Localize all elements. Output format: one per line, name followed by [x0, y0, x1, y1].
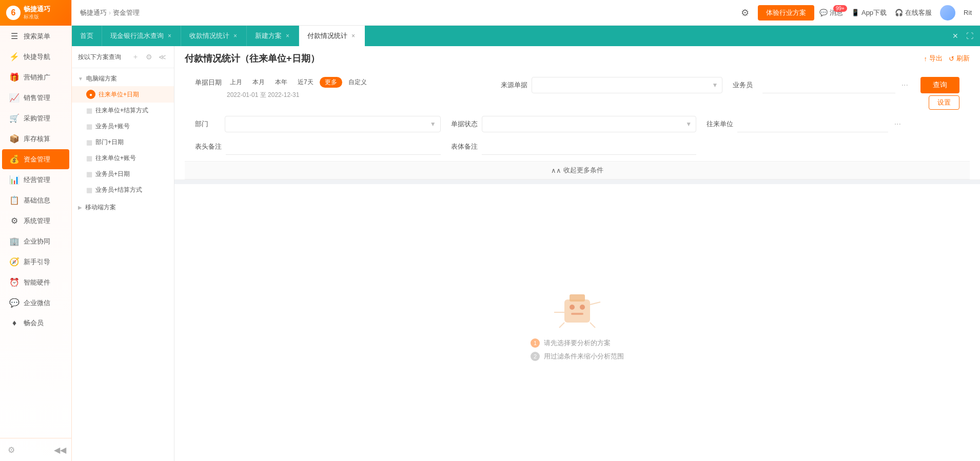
breadcrumb-home[interactable]: 畅捷通巧: [80, 8, 107, 17]
tab-payment-stats[interactable]: 付款情况统计 ×: [299, 26, 365, 46]
try-industry-button[interactable]: 体验行业方案: [758, 5, 814, 21]
smart-hw-icon: ⏰: [9, 277, 19, 287]
query-button[interactable]: 查询: [920, 77, 959, 93]
sidebar-item-label: 企业微信: [24, 298, 50, 308]
message-button[interactable]: 💬 消息 99+: [819, 8, 843, 17]
sidebar-item-label: 企业协同: [24, 237, 50, 246]
window-expand-icon[interactable]: ⛶: [964, 30, 976, 42]
purchase-icon: 🛒: [9, 113, 19, 123]
sidebar-item-marketing[interactable]: 🎁 营销推广: [2, 67, 69, 87]
body-note-input[interactable]: [482, 138, 697, 155]
sidebar-item-search[interactable]: ☰ 搜索菜单: [2, 26, 69, 46]
date-opt-custom[interactable]: 自定义: [344, 77, 371, 88]
right-panel: 付款情况统计（往来单位+日期） ↑ 导出 ↺ 刷新: [174, 46, 980, 461]
tab-payment-stats-close[interactable]: ×: [350, 32, 356, 40]
svg-line-7: [559, 323, 564, 328]
sidebar-bottom: ⚙ ◀◀: [0, 438, 71, 461]
customer-service-button[interactable]: 🎧 在线客服: [895, 8, 932, 17]
date-opt-7days[interactable]: 近7天: [293, 77, 318, 88]
date-opt-this-month[interactable]: 本月: [248, 77, 269, 88]
breadcrumb-current[interactable]: 资金管理: [113, 8, 140, 17]
sidebar-settings-button[interactable]: ⚙: [4, 443, 18, 457]
topbar-settings-icon[interactable]: ⚙: [737, 5, 753, 21]
sidebar-item-finance[interactable]: 💰 资金管理: [2, 149, 69, 169]
date-opt-more[interactable]: 更多: [320, 77, 342, 88]
left-panel-header: 按以下方案查询 ＋ ⚙ ≪: [72, 46, 174, 68]
sidebar-item-inventory[interactable]: 📦 库存核算: [2, 129, 69, 149]
scheme-collapse-button[interactable]: ≪: [156, 51, 168, 63]
scheme-item-dept-date[interactable]: ▦ 部门+日期: [72, 134, 174, 150]
sidebar-item-corp-wechat[interactable]: 💬 企业微信: [2, 293, 69, 313]
sidebar-item-operations[interactable]: 📊 经营管理: [2, 170, 69, 190]
tab-bank-flow-close[interactable]: ×: [167, 32, 172, 40]
date-opt-last-month[interactable]: 上月: [226, 77, 246, 88]
scheme-item-partner-account[interactable]: ▦ 往来单位+账号: [72, 150, 174, 166]
sidebar-item-member[interactable]: ♦ 畅会员: [2, 313, 69, 333]
filter-partner-field: 往来单位 ···: [707, 116, 903, 132]
operations-icon: 📊: [9, 175, 19, 185]
dept-select[interactable]: ▼: [225, 116, 441, 132]
sidebar-item-basic-info[interactable]: 📋 基础信息: [2, 190, 69, 210]
staff-dots-icon[interactable]: ···: [899, 81, 910, 90]
tab-receipt-stats-close[interactable]: ×: [232, 32, 238, 40]
sidebar-item-enterprise[interactable]: 🏢 企业协同: [2, 231, 69, 251]
scheme-table-icon: ▦: [86, 186, 92, 194]
filter-row-3: 表头备注 表体备注: [195, 138, 959, 155]
quick-nav-icon: ⚡: [9, 52, 19, 62]
sidebar-item-sales[interactable]: 📈 销售管理: [2, 88, 69, 108]
refresh-icon: ↺: [949, 55, 954, 63]
collapse-button[interactable]: ∧∧ 收起更多条件: [551, 166, 603, 175]
body-note-label: 表体备注: [451, 142, 478, 151]
finance-icon: 💰: [9, 154, 19, 164]
scheme-item-partner-settlement[interactable]: ▦ 往来单位+结算方式: [72, 103, 174, 118]
tab-bank-flow[interactable]: 现金银行流水查询 ×: [102, 26, 181, 46]
scheme-settings-button[interactable]: ⚙: [143, 51, 154, 63]
tab-home[interactable]: 首页: [72, 26, 102, 46]
sidebar-collapse-button[interactable]: ◀◀: [53, 443, 67, 457]
staff-input[interactable]: [762, 77, 895, 93]
scheme-item-partner-date[interactable]: ● 往来单位+日期: [72, 86, 174, 103]
scheme-item-staff-settlement[interactable]: ▦ 业务员+结算方式: [72, 182, 174, 198]
app-download-button[interactable]: 📱 App下载: [851, 8, 887, 17]
tab-receipt-stats[interactable]: 收款情况统计 ×: [181, 26, 247, 46]
svg-rect-4: [571, 313, 583, 315]
doc-status-select[interactable]: ▼: [482, 116, 697, 132]
date-opt-this-year[interactable]: 本年: [271, 77, 291, 88]
empty-tip-2: 2 用过滤条件来缩小分析范围: [531, 352, 624, 361]
app-download-label: App下载: [861, 8, 887, 17]
query-btn-group: 查询 设置: [920, 77, 959, 110]
refresh-button[interactable]: ↺ 刷新: [949, 54, 970, 63]
scheme-item-staff-date[interactable]: ▦ 业务员+日期: [72, 166, 174, 182]
export-button[interactable]: ↑ 导出: [924, 54, 943, 63]
inventory-icon: 📦: [9, 134, 19, 144]
sidebar-item-guide[interactable]: 🧭 新手引导: [2, 252, 69, 272]
partner-input[interactable]: [737, 116, 888, 132]
customer-service-label: 在线客服: [905, 8, 932, 17]
corp-wechat-icon: 💬: [9, 298, 19, 308]
sidebar-item-smart-hw[interactable]: ⏰ 智能硬件: [2, 272, 69, 292]
settings-button[interactable]: 设置: [929, 95, 959, 110]
sidebar-item-quick-nav[interactable]: ⚡ 快捷导航: [2, 47, 69, 67]
scheme-group-desktop-header[interactable]: ▼ 电脑端方案: [72, 71, 174, 86]
mobile-group-label: 移动端方案: [85, 203, 116, 212]
scheme-item-staff-account[interactable]: ▦ 业务员+账号: [72, 118, 174, 134]
collapse-label: 收起更多条件: [563, 166, 603, 175]
window-close-icon[interactable]: ✕: [949, 30, 962, 42]
add-scheme-button[interactable]: ＋: [130, 51, 141, 63]
svg-line-8: [590, 323, 595, 328]
enterprise-icon: 🏢: [9, 236, 19, 246]
partner-dots-icon[interactable]: ···: [892, 119, 903, 129]
avatar[interactable]: [940, 5, 955, 21]
source-doc-select[interactable]: ▼: [532, 77, 722, 93]
tab-bar: 首页 现金银行流水查询 × 收款情况统计 × 新建方案 × 付款情况统计 × ✕…: [72, 26, 980, 46]
tab-new-plan[interactable]: 新建方案 ×: [247, 26, 299, 46]
tip-num-1: 1: [531, 338, 540, 348]
username[interactable]: Rit: [964, 9, 972, 16]
tab-new-plan-close[interactable]: ×: [285, 32, 290, 40]
sidebar-item-system[interactable]: ⚙ 系统管理: [2, 211, 69, 231]
header-note-input[interactable]: [226, 138, 441, 155]
window-controls: ✕ ⛶: [945, 26, 980, 46]
sidebar-item-purchase[interactable]: 🛒 采购管理: [2, 108, 69, 128]
logo-icon: 6: [6, 6, 21, 20]
scheme-group-mobile-header[interactable]: ▶ 移动端方案: [72, 200, 174, 215]
